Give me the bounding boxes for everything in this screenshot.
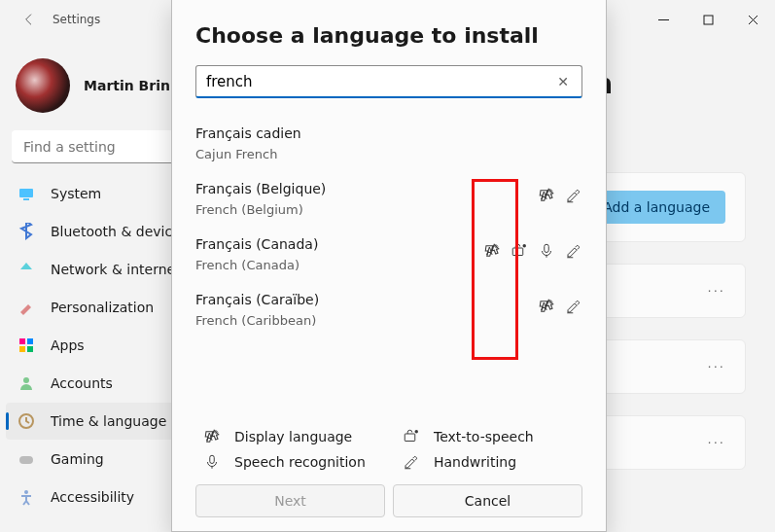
back-button[interactable] [19,10,39,29]
nav-label: Apps [51,337,85,353]
svg-point-14 [24,490,28,494]
svg-rect-4 [704,16,713,24]
language-option[interactable]: Français (Caraïbe)French (Caribbean) [195,282,582,337]
language-english-name: French (Canada) [195,258,318,272]
legend-speech-recognition: Speech recognition [203,453,383,471]
text-to-speech-icon [403,428,420,445]
svg-rect-9 [19,346,25,352]
nav-label: Network & internet [51,262,181,277]
nav-icon [18,261,35,278]
language-english-name: French (Belgium) [195,202,326,217]
language-native-name: Français cadien [195,125,301,141]
svg-rect-5 [19,189,33,197]
legend-handwriting: Handwriting [403,453,582,471]
nav-icon [18,412,35,430]
speech-recognition-icon [538,242,555,260]
nav-label: Bluetooth & devices [51,224,188,239]
speech-recognition-icon [203,453,221,471]
language-option[interactable]: Français (Belgique)French (Belgium) [195,171,582,227]
language-features [483,236,582,260]
language-option[interactable]: Français cadienCajun French [195,116,582,171]
display-language-icon [538,187,555,204]
more-options-button[interactable]: ··· [708,284,725,299]
language-features [538,181,582,204]
nav-icon [18,223,35,240]
minimize-button[interactable] [641,4,686,35]
clear-search-button[interactable]: ✕ [551,65,575,98]
nav-icon [18,488,35,506]
language-native-name: Français (Canada) [195,236,318,252]
avatar [16,58,70,113]
add-language-button[interactable]: Add a language [587,191,725,224]
nav-icon [18,185,35,202]
nav-icon [18,450,35,468]
language-search-input[interactable] [195,65,582,98]
display-language-icon [538,298,555,315]
legend-display-language: Display language [203,428,383,445]
nav-label: Personalization [51,300,154,315]
maximize-button[interactable] [686,4,730,35]
nav-icon [18,299,35,316]
app-title: Settings [53,13,100,26]
handwriting-icon [565,187,582,204]
nav-label: Gaming [51,451,104,467]
svg-rect-8 [27,338,33,344]
language-native-name: Français (Belgique) [195,181,326,196]
language-results-list: Français cadienCajun FrenchFrançais (Bel… [195,116,582,418]
nav-icon [18,374,35,392]
handwriting-icon [403,453,420,471]
text-to-speech-icon [511,242,528,260]
language-english-name: Cajun French [195,147,301,161]
more-options-button[interactable]: ··· [708,360,725,374]
legend-text-to-speech: Text-to-speech [403,428,582,445]
language-option[interactable]: Français (Canada)French (Canada) [195,227,582,282]
close-button[interactable] [730,4,775,35]
svg-rect-13 [19,456,33,464]
nav-label: Time & language [51,413,166,429]
svg-rect-10 [27,346,33,352]
handwriting-icon [565,298,582,315]
nav-label: Accounts [51,375,113,391]
display-language-icon [203,428,221,445]
language-english-name: French (Caribbean) [195,313,319,328]
language-native-name: Français (Caraïbe) [195,292,319,307]
dialog-title: Choose a language to install [195,23,582,48]
nav-label: System [51,186,101,201]
svg-rect-7 [19,338,25,344]
svg-point-11 [23,377,29,383]
handwriting-icon [565,242,582,260]
nav-label: Accessibility [51,489,134,505]
nav-icon [18,337,35,354]
feature-legend: Display language Text-to-speech Speech r… [195,418,582,484]
more-options-button[interactable]: ··· [708,436,725,450]
next-button[interactable]: Next [195,484,385,517]
language-features [538,292,582,315]
choose-language-dialog: Choose a language to install ✕ Français … [171,0,607,532]
svg-rect-6 [23,198,29,200]
cancel-button[interactable]: Cancel [393,484,582,517]
display-language-icon [483,242,501,260]
